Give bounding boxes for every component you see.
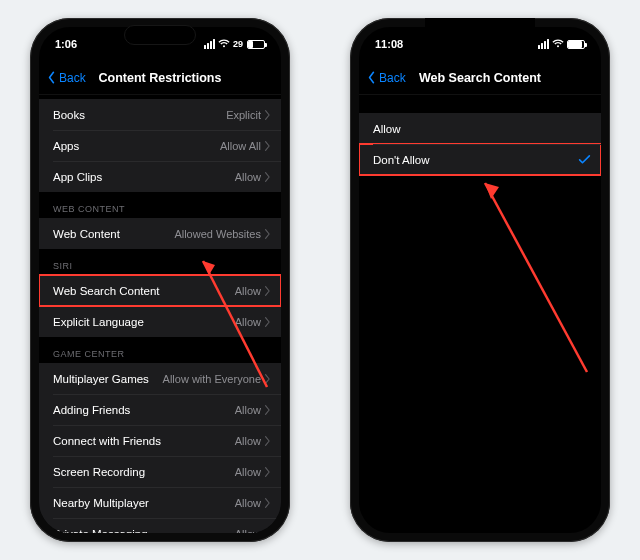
chevron-right-icon: [263, 229, 271, 239]
group-options: Allow Don't Allow: [359, 113, 601, 175]
row-label: Screen Recording: [53, 466, 235, 478]
row-value: Allow: [235, 528, 261, 534]
chevron-left-icon: [45, 71, 58, 84]
status-right: [538, 39, 585, 50]
wifi-icon: [552, 39, 564, 50]
row-apps[interactable]: Apps Allow All: [39, 130, 281, 161]
row-screen-recording[interactable]: Screen RecordingAllow: [39, 456, 281, 487]
section-header: SIRI: [39, 261, 281, 275]
chevron-right-icon: [263, 529, 271, 534]
chevron-right-icon: [263, 110, 271, 120]
row-label: Books: [53, 109, 226, 121]
row-value: Allow: [235, 404, 261, 416]
battery-icon: [567, 40, 585, 49]
row-value: Allow: [235, 435, 261, 447]
nav-bar: Back Content Restrictions: [39, 61, 281, 95]
battery-percent: 29: [233, 39, 243, 49]
row-label: Web Content: [53, 228, 174, 240]
row-explicit-language[interactable]: Explicit Language Allow: [39, 306, 281, 337]
section-header: GAME CENTER: [39, 349, 281, 363]
row-private-messaging[interactable]: Private MessagingAllow: [39, 518, 281, 533]
row-label: Web Search Content: [53, 285, 235, 297]
group-siri: SIRI Web Search Content Allow Explicit L…: [39, 261, 281, 337]
row-label: Connect with Friends: [53, 435, 235, 447]
status-time: 11:08: [375, 38, 403, 50]
nav-bar: Back Web Search Content: [359, 61, 601, 95]
back-button[interactable]: Back: [365, 71, 406, 85]
row-value: Allow: [235, 285, 261, 297]
row-value: Allow with Everyone: [163, 373, 261, 385]
row-value: Explicit: [226, 109, 261, 121]
screen-left: 1:06 29 Back Content Restrictions: [39, 27, 281, 533]
back-label: Back: [379, 71, 406, 85]
row-label: Apps: [53, 140, 220, 152]
row-adding-friends[interactable]: Adding FriendsAllow: [39, 394, 281, 425]
chevron-right-icon: [263, 467, 271, 477]
row-value: Allow: [235, 171, 261, 183]
option-label: Allow: [373, 123, 591, 135]
status-time: 1:06: [55, 38, 77, 50]
phone-left: 1:06 29 Back Content Restrictions: [30, 18, 290, 542]
battery-icon: [247, 40, 265, 49]
back-label: Back: [59, 71, 86, 85]
status-bar: 11:08: [359, 27, 601, 61]
content-right[interactable]: Allow Don't Allow: [359, 95, 601, 533]
row-value: Allow: [235, 316, 261, 328]
check-icon: [578, 153, 591, 166]
section-header: WEB CONTENT: [39, 204, 281, 218]
chevron-right-icon: [263, 141, 271, 151]
row-label: Adding Friends: [53, 404, 235, 416]
chevron-right-icon: [263, 436, 271, 446]
chevron-right-icon: [263, 374, 271, 384]
phone-right: 11:08 Back Web Search Content Allow: [350, 18, 610, 542]
row-label: Multiplayer Games: [53, 373, 163, 385]
option-allow[interactable]: Allow: [359, 113, 601, 144]
row-value: Allowed Websites: [174, 228, 261, 240]
chevron-right-icon: [263, 317, 271, 327]
screen-right: 11:08 Back Web Search Content Allow: [359, 27, 601, 533]
option-dont-allow[interactable]: Don't Allow: [359, 144, 601, 175]
row-label: Nearby Multiplayer: [53, 497, 235, 509]
row-label: App Clips: [53, 171, 235, 183]
row-app-clips[interactable]: App Clips Allow: [39, 161, 281, 192]
group-web-content: WEB CONTENT Web Content Allowed Websites: [39, 204, 281, 249]
row-label: Explicit Language: [53, 316, 235, 328]
row-web-search-content[interactable]: Web Search Content Allow: [39, 275, 281, 306]
row-label: Private Messaging: [53, 528, 235, 534]
row-nearby-multiplayer[interactable]: Nearby MultiplayerAllow: [39, 487, 281, 518]
chevron-left-icon: [365, 71, 378, 84]
row-books[interactable]: Books Explicit: [39, 99, 281, 130]
row-value: Allow: [235, 497, 261, 509]
row-value: Allow All: [220, 140, 261, 152]
group-top: Books Explicit Apps Allow All App Clips …: [39, 99, 281, 192]
signal-icon: [204, 39, 215, 49]
row-value: Allow: [235, 466, 261, 478]
row-web-content[interactable]: Web Content Allowed Websites: [39, 218, 281, 249]
row-connect-with-friends[interactable]: Connect with FriendsAllow: [39, 425, 281, 456]
back-button[interactable]: Back: [45, 71, 86, 85]
status-bar: 1:06 29: [39, 27, 281, 61]
status-right: 29: [204, 39, 265, 50]
wifi-icon: [218, 39, 230, 50]
chevron-right-icon: [263, 286, 271, 296]
group-game-center: GAME CENTER Multiplayer GamesAllow with …: [39, 349, 281, 533]
chevron-right-icon: [263, 172, 271, 182]
content-left[interactable]: Books Explicit Apps Allow All App Clips …: [39, 95, 281, 533]
signal-icon: [538, 39, 549, 49]
option-label: Don't Allow: [373, 154, 578, 166]
chevron-right-icon: [263, 498, 271, 508]
chevron-right-icon: [263, 405, 271, 415]
row-multiplayer-games[interactable]: Multiplayer GamesAllow with Everyone: [39, 363, 281, 394]
